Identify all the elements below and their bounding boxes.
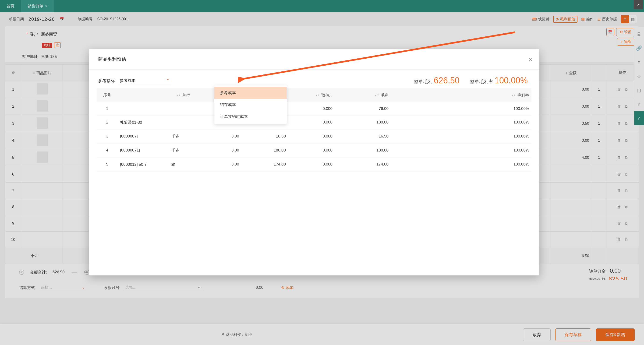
chevron-up-icon: ⌃: [166, 78, 170, 83]
metric-dropdown: 参考成本 结存成本 订单签约时成本: [214, 86, 287, 124]
modal-table-row: 5[0000012] 50斤箱3.00174.000.000174.00100.…: [97, 157, 532, 171]
total-profit-value: 626.50: [434, 76, 460, 85]
total-rate-value: 100.00%: [494, 76, 528, 85]
sort-icon[interactable]: ▲▼: [374, 94, 379, 96]
metric-label: 参考指标: [98, 78, 115, 84]
mcol-est: ▲▼预估...: [288, 88, 335, 102]
mcol-rate: ▲▼毛利率: [391, 88, 532, 102]
sort-icon[interactable]: ▲▼: [176, 94, 181, 96]
total-profit-label: 整单毛利: [414, 79, 432, 84]
mcol-name: [118, 88, 169, 102]
modal-table-row: 12.0076.000.00076.00100.00%: [97, 102, 532, 116]
modal-table-row: 3[0000007]千克3.0016.500.00016.50100.00%: [97, 129, 532, 143]
modal-table-row: 4[00000071]千克3.00180.000.000180.00100.00…: [97, 143, 532, 157]
dropdown-item-contract-cost[interactable]: 订单签约时成本: [214, 111, 287, 122]
mcol-profit: ▲▼毛利: [335, 88, 391, 102]
dropdown-item-ref-cost[interactable]: 参考成本: [214, 87, 287, 99]
modal-close-button[interactable]: ×: [529, 56, 532, 63]
sort-icon[interactable]: ▲▼: [315, 94, 320, 96]
metric-select[interactable]: 参考成本 ⌃: [118, 76, 172, 85]
profit-estimate-modal: 商品毛利预估 × 参考指标 参考成本 ⌃ 参考成本 结存成本 订单签约时成本 整…: [89, 49, 540, 276]
modal-title: 商品毛利预估: [98, 56, 126, 62]
mcol-idx: 序号: [97, 88, 118, 102]
dropdown-item-stock-cost[interactable]: 结存成本: [214, 99, 287, 111]
mcol-unit: ▲▼单位: [169, 88, 197, 102]
modal-table-row: 2礼篮装01-302.00180.000.000180.00100.00%: [97, 115, 532, 129]
metric-value: 参考成本: [120, 78, 136, 83]
total-rate-label: 整单毛利率: [470, 79, 493, 84]
sort-icon[interactable]: ▲▼: [511, 94, 516, 96]
